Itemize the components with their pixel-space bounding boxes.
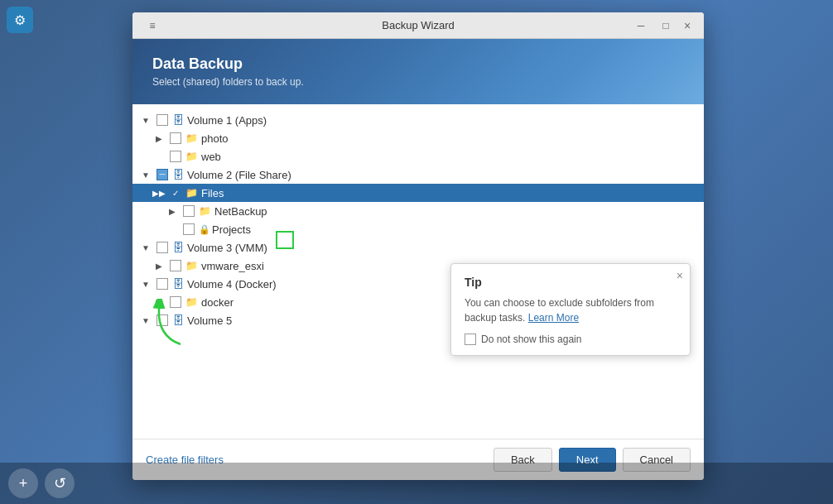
- checkbox-vol4[interactable]: [156, 278, 168, 290]
- header-title: Data Backup: [152, 55, 684, 73]
- tree-row-vol1[interactable]: 🗄 Volume 1 (Apps): [132, 111, 704, 129]
- settings-icon-button[interactable]: ≡: [141, 17, 164, 35]
- close-button[interactable]: ×: [679, 17, 696, 34]
- expander-docker[interactable]: [152, 295, 166, 309]
- checkbox-projects[interactable]: [183, 223, 195, 235]
- tip-title: Tip: [465, 276, 677, 289]
- backup-wizard-window: ≡ Backup Wizard ─ □ × Data Backup Select…: [132, 12, 704, 480]
- volume-icon-vol5: 🗄: [172, 314, 184, 327]
- tip-footer: Do not show this again: [465, 334, 677, 345]
- folder-icon-netbackup: 📁: [199, 205, 211, 217]
- taskbar: + ↺: [0, 463, 833, 504]
- checkbox-vol2[interactable]: [156, 169, 168, 180]
- folder-icon-web: 📁: [185, 151, 198, 162]
- checkbox-vmware[interactable]: [170, 260, 181, 271]
- tip-checkbox-label: Do not show this again: [481, 334, 581, 345]
- folder-icon-files: 📁: [185, 187, 198, 199]
- folder-icon-photo: 📁: [185, 132, 198, 144]
- checkbox-netbackup[interactable]: [183, 205, 195, 217]
- content-area: 🗄 Volume 1 (Apps) 📁 photo 📁: [132, 104, 704, 439]
- checkbox-vol3[interactable]: [156, 242, 168, 253]
- tip-do-not-show-checkbox[interactable]: [465, 334, 476, 345]
- volume-icon-vol2: 🗄: [172, 168, 184, 181]
- label-vol4: Volume 4 (Docker): [187, 278, 277, 290]
- tip-popup: × Tip You can choose to exclude subfolde…: [450, 263, 691, 356]
- label-files: Files: [201, 187, 224, 199]
- expander-vol4[interactable]: [139, 277, 152, 290]
- volume-icon: 🗄: [172, 113, 184, 127]
- expander-netbackup[interactable]: [166, 204, 179, 218]
- label-photo: photo: [201, 132, 229, 145]
- taskbar-add-button[interactable]: +: [8, 468, 38, 498]
- header-banner: Data Backup Select (shared) folders to b…: [132, 39, 704, 104]
- tip-close-button[interactable]: ×: [677, 269, 683, 282]
- folder-icon-vmware: 📁: [185, 260, 198, 271]
- checkbox-files[interactable]: [170, 187, 181, 199]
- label-netbackup: NetBackup: [214, 205, 267, 218]
- expander-vmware[interactable]: [152, 259, 166, 272]
- tree-row-vol2[interactable]: 🗄 Volume 2 (File Share): [132, 166, 704, 184]
- checkbox-photo[interactable]: [170, 132, 181, 144]
- checkbox-web[interactable]: [170, 151, 181, 162]
- tree-row-projects[interactable]: 🔒 Projects: [132, 220, 704, 238]
- label-web: web: [201, 151, 221, 163]
- label-docker: docker: [201, 296, 234, 309]
- desktop: ⚙ ≡ Backup Wizard ─ □ × Data Backup Sele…: [0, 0, 833, 504]
- label-vol5: Volume 5: [187, 314, 232, 327]
- tree-row-netbackup[interactable]: 📁 NetBackup: [132, 202, 704, 220]
- label-vol1: Volume 1 (Apps): [187, 114, 267, 127]
- volume-icon-vol3: 🗄: [172, 241, 184, 254]
- volume-icon-vol4: 🗄: [172, 277, 184, 290]
- label-vol2: Volume 2 (File Share): [187, 169, 291, 181]
- header-subtitle: Select (shared) folders to back up.: [152, 76, 684, 88]
- checkbox-vol1[interactable]: [156, 114, 168, 126]
- tree-row-web[interactable]: 📁 web: [132, 147, 704, 166]
- tip-text: You can choose to exclude subfolders fro…: [465, 295, 677, 325]
- minimize-button[interactable]: ─: [629, 17, 652, 35]
- app-icon: ⚙: [7, 7, 33, 33]
- expander-vol1[interactable]: [139, 113, 152, 127]
- tree-row-photo[interactable]: 📁 photo: [132, 129, 704, 147]
- lock-icon-projects: 🔒: [199, 224, 210, 235]
- tip-learn-more-link[interactable]: Learn More: [528, 312, 579, 324]
- expander-vol5[interactable]: [139, 314, 152, 327]
- tree-row-vol3[interactable]: 🗄 Volume 3 (VMM): [132, 238, 704, 257]
- expander-files[interactable]: ▶: [152, 186, 166, 199]
- label-projects: Projects: [212, 223, 251, 236]
- checkbox-docker[interactable]: [170, 296, 181, 308]
- taskbar-history-button[interactable]: ↺: [45, 468, 75, 498]
- tree-row-files[interactable]: ▶ 📁 Files: [132, 184, 704, 202]
- checkbox-vol5[interactable]: [156, 314, 168, 326]
- folder-icon-docker: 📁: [185, 296, 198, 308]
- maximize-button[interactable]: □: [654, 17, 677, 35]
- expander-photo[interactable]: [152, 132, 166, 145]
- window-title: Backup Wizard: [207, 19, 629, 31]
- title-bar: ≡ Backup Wizard ─ □ ×: [132, 12, 704, 39]
- expander-vol3[interactable]: [139, 241, 152, 254]
- expander-vol2[interactable]: [139, 168, 152, 181]
- label-vol3: Volume 3 (VMM): [187, 242, 267, 254]
- label-vmware: vmware_esxi: [201, 260, 264, 272]
